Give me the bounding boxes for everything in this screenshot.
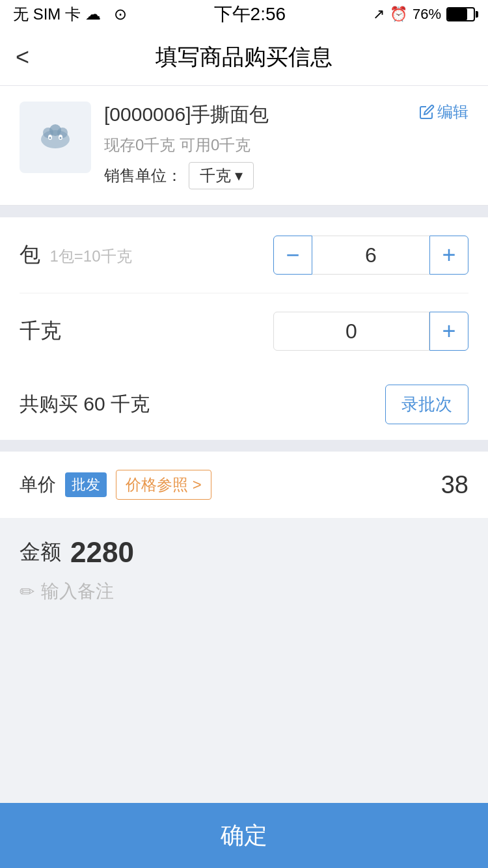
product-name: [0000006]手撕面包 <box>104 102 269 128</box>
price-label: 单价 <box>20 472 56 497</box>
status-left: 无 SIM 卡 ☁ ⊙ <box>13 4 127 25</box>
status-time: 下午2:56 <box>214 2 286 27</box>
unit-select[interactable]: 千克 ▾ <box>189 162 254 189</box>
confirm-button[interactable]: 确定 <box>0 803 488 868</box>
page-title: 填写商品购买信息 <box>156 42 332 72</box>
product-info: [0000006]手撕面包 编辑 现存0千克 可用0千克 销售单位： 千克 ▾ <box>104 102 468 189</box>
bao-input-row: 包 1包=10千克 − + <box>20 217 468 293</box>
svg-point-7 <box>60 137 62 139</box>
amount-value: 2280 <box>70 536 134 569</box>
status-right: ↗ ⏰ 76% <box>373 6 475 23</box>
edit-button[interactable]: 编辑 <box>419 102 468 122</box>
product-thumbnail <box>20 102 91 173</box>
battery-icon <box>446 7 475 21</box>
bao-label: 包 <box>20 243 40 266</box>
batch-button[interactable]: 录批次 <box>385 385 468 424</box>
unit-chevron-icon: ▾ <box>235 167 243 185</box>
price-left: 单价 批发 价格参照 > <box>20 470 211 500</box>
divider-1 <box>0 206 488 217</box>
divider-2 <box>0 440 488 452</box>
price-ref-button[interactable]: 价格参照 > <box>116 470 211 500</box>
bottom-space <box>0 617 488 803</box>
product-card: [0000006]手撕面包 编辑 现存0千克 可用0千克 销售单位： 千克 ▾ <box>0 86 488 206</box>
edit-label: 编辑 <box>437 102 468 122</box>
pencil-icon: ✏ <box>20 581 34 603</box>
kg-stepper: + <box>273 312 468 351</box>
price-section: 单价 批发 价格参照 > 38 <box>0 452 488 518</box>
kg-plus-button[interactable]: + <box>429 312 468 351</box>
bao-stepper: − + <box>273 236 468 275</box>
note-placeholder: 输入备注 <box>41 579 114 604</box>
kg-label: 千克 <box>20 317 61 346</box>
nav-bar: < 填写商品购买信息 <box>0 29 488 86</box>
wifi-icon: ⊙ <box>106 5 127 23</box>
amount-label: 金额 <box>20 538 61 567</box>
input-section: 包 1包=10千克 − + 千克 + <box>0 217 488 369</box>
battery-percent: 76% <box>413 6 441 23</box>
bao-label-group: 包 1包=10千克 <box>20 241 132 269</box>
product-unit-row: 销售单位： 千克 ▾ <box>104 162 468 189</box>
bao-input[interactable] <box>312 236 429 275</box>
unit-label: 销售单位： <box>104 165 182 186</box>
bao-plus-button[interactable]: + <box>429 236 468 275</box>
kg-input[interactable] <box>273 312 429 351</box>
no-sim-text: 无 SIM 卡 ☁ <box>13 4 101 25</box>
price-value: 38 <box>441 471 468 499</box>
amount-section: 金额 2280 ✏ 输入备注 <box>0 518 488 617</box>
amount-row: 金额 2280 <box>20 536 468 569</box>
unit-value: 千克 <box>200 165 231 186</box>
product-stock: 现存0千克 可用0千克 <box>104 135 468 156</box>
total-text: 共购买 60 千克 <box>20 391 150 418</box>
bao-minus-button[interactable]: − <box>273 236 312 275</box>
price-tag: 批发 <box>65 472 107 497</box>
bao-hint: 1包=10千克 <box>49 247 131 265</box>
svg-point-3 <box>49 124 61 136</box>
back-button[interactable]: < <box>16 44 29 71</box>
location-icon: ↗ <box>373 6 385 23</box>
svg-point-6 <box>49 137 51 139</box>
note-row[interactable]: ✏ 输入备注 <box>20 579 468 604</box>
kg-input-row: 千克 + <box>20 293 468 369</box>
status-bar: 无 SIM 卡 ☁ ⊙ 下午2:56 ↗ ⏰ 76% <box>0 0 488 29</box>
total-section: 共购买 60 千克 录批次 <box>0 369 488 440</box>
alarm-icon: ⏰ <box>390 6 407 23</box>
